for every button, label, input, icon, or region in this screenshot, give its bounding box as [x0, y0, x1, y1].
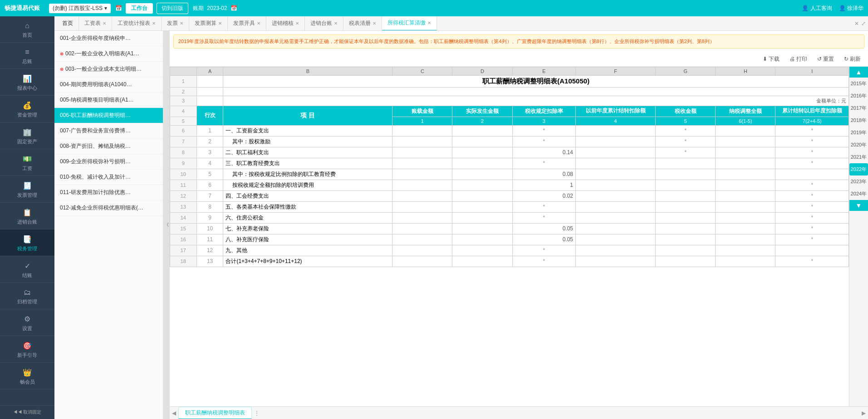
left-panel-item-008[interactable]: 008-资产折旧、摊销及纳税… — [54, 139, 163, 154]
year-2017[interactable]: 2017年 — [849, 102, 868, 114]
item-007-label: 007-广告费和业务宣传费博… — [60, 127, 131, 135]
sidebar-item-invoice-mgmt[interactable]: 🧾 发票管理 — [0, 176, 54, 203]
year-panel-up[interactable]: ▲ — [849, 67, 868, 78]
left-panel-item-005[interactable]: 005-纳税调整项目明细表(A1… — [54, 93, 163, 108]
calendar-period-icon[interactable]: 📅 — [230, 5, 237, 11]
year-2022[interactable]: 2022年 — [849, 163, 868, 175]
year-2023[interactable]: 2023年 — [849, 175, 868, 188]
tab-payroll-stats[interactable]: 工资统计报表 ✕ — [112, 16, 162, 31]
tab-purchase-check[interactable]: 进销稽核 ✕ — [266, 16, 305, 31]
tab-invoice-open[interactable]: 发票开具 ✕ — [228, 16, 266, 31]
left-panel-item-010[interactable]: 010-免税、减计收入及加计… — [54, 170, 163, 185]
sidebar-item-newbie[interactable]: 🎯 新手引导 — [0, 336, 54, 363]
print-button[interactable]: 🖨 打印 — [787, 54, 810, 64]
header-col3: 税收规定扣除率 — [512, 106, 575, 117]
invoice-open-tab-close[interactable]: ✕ — [257, 21, 260, 26]
payroll-stats-tab-close[interactable]: ✕ — [152, 21, 156, 26]
sidebar-label-newbie: 新手引导 — [17, 352, 37, 359]
left-panel-item-006[interactable]: 006-职工薪酬纳税调整明细… — [54, 108, 163, 123]
sidebar-item-asset-mgmt[interactable]: 💰 资金管理 — [0, 96, 54, 122]
bottom-tab-label: 职工薪酬纳税调整明细表 — [185, 409, 245, 416]
bottom-tab-salary-detail[interactable]: 职工薪酬纳税调整明细表 — [178, 407, 252, 419]
notice-bar: 2019年度涉及取以前年度结转数据的申报表单元格需要手工维护正确，才能保证本年及… — [173, 34, 864, 49]
item-011-label: 011-研发费用加计扣除优惠… — [60, 189, 131, 196]
company-dropdown-icon: ▾ — [104, 5, 107, 11]
company-selector[interactable]: (勿删) 江西股宝-LSS ▾ — [49, 4, 111, 13]
item-008-label: 008-资产折旧、摊销及纳税… — [60, 142, 131, 150]
year-2021[interactable]: 2021年 — [849, 151, 868, 163]
purchase-check-tab-close[interactable]: ✕ — [295, 21, 299, 26]
purchase-ledger-tab-close[interactable]: ✕ — [334, 21, 338, 26]
ledger-icon: ≡ — [25, 48, 29, 56]
income-tax-tab-close[interactable]: ✕ — [427, 20, 431, 25]
sidebar: ⌂ 首页 ≡ 总账 📊 报表中心 💰 资金管理 🏢 固定资产 💵 工资 🧾 发票… — [0, 16, 54, 419]
invoice-calc-tab-close[interactable]: ✕ — [218, 21, 222, 26]
left-panel-item-007[interactable]: 007-广告费和业务宣传费博… — [54, 123, 163, 139]
tax-clearance-tab-label: 税表清册 — [349, 19, 371, 27]
year-2024[interactable]: 2024年 — [849, 188, 868, 200]
sidebar-label-purchase: 进销台账 — [17, 219, 37, 225]
switch-version-button[interactable]: 切到旧版 — [157, 3, 188, 14]
sheet-prev-icon[interactable]: ◀ — [172, 410, 176, 416]
left-panel-item-011[interactable]: 011-研发费用加计扣除优惠… — [54, 185, 163, 200]
sidebar-item-settlement[interactable]: ✓ 结账 — [0, 256, 54, 283]
year-2015[interactable]: 2015年 — [849, 78, 868, 90]
invoice-tab-close[interactable]: ✕ — [180, 21, 183, 26]
header-row-num: 行次 — [196, 106, 223, 125]
tab-invoice[interactable]: 发票 ✕ — [162, 16, 189, 31]
tab-home[interactable]: 首页 — [57, 16, 79, 31]
tab-purchase-ledger[interactable]: 进销台账 ✕ — [305, 16, 343, 31]
refresh-icon: ↻ — [844, 56, 848, 62]
collapse-handle[interactable]: 《 — [163, 31, 170, 419]
year-panel: ▲ 2015年 2016年 2017年 2018年 2019年 2020年 20… — [849, 67, 868, 407]
sidebar-item-archive[interactable]: 🗂 归档管理 — [0, 283, 54, 309]
sidebar-item-settings[interactable]: ⚙ 设置 — [0, 309, 54, 336]
sidebar-item-payroll[interactable]: 💵 工资 — [0, 149, 54, 176]
sheet-unit: 金额单位：元 — [223, 96, 849, 106]
customer-service[interactable]: 👤 人工客询 — [802, 5, 832, 12]
sub-header-col6: 6(1-5) — [716, 117, 775, 125]
sidebar-item-tax-mgmt[interactable]: 📑 税务管理 — [0, 229, 54, 256]
tab-payroll[interactable]: 工资表 ✕ — [79, 16, 112, 31]
year-2020[interactable]: 2020年 — [849, 139, 868, 151]
sidebar-item-home[interactable]: ⌂ 首页 — [0, 16, 54, 43]
sidebar-item-general-ledger[interactable]: ≡ 总账 — [0, 43, 54, 69]
sidebar-label-home: 首页 — [22, 32, 32, 39]
tab-bar-maximize-icon[interactable]: ⤢ — [861, 20, 866, 27]
tab-tax-clearance[interactable]: 税表清册 ✕ — [343, 16, 382, 31]
left-panel-item-002[interactable]: ⊗ 002-一般企业收入明细表(A1… — [54, 46, 163, 62]
tax-clearance-tab-close[interactable]: ✕ — [373, 21, 376, 26]
sidebar-item-purchase-sales[interactable]: 📋 进销台账 — [0, 203, 54, 229]
cancel-fixed-button[interactable]: ◀◀ 取消固定 — [0, 405, 54, 419]
workspace-button[interactable]: 工作台 — [126, 3, 153, 14]
left-panel-item-001[interactable]: 001-企业所得税年度纳税申… — [54, 31, 163, 46]
year-2016[interactable]: 2016年 — [849, 90, 868, 102]
invoice-calc-tab-label: 发票测算 — [195, 19, 216, 27]
left-panel-item-004[interactable]: 004-期间费用明细表(A1040… — [54, 77, 163, 93]
sidebar-item-report-center[interactable]: 📊 报表中心 — [0, 69, 54, 96]
year-panel-down[interactable]: ▼ — [849, 200, 868, 211]
sheet-more-icon[interactable]: ⋮ — [254, 410, 260, 416]
sheet-area: A B C D E F G H I — [170, 67, 868, 407]
left-panel-item-009[interactable]: 009-企业所得税弥补亏损明… — [54, 154, 163, 170]
sidebar-item-member[interactable]: 👑 畅会员 — [0, 363, 54, 390]
sheet-table-wrapper[interactable]: A B C D E F G H I — [170, 67, 849, 407]
tab-invoice-calc[interactable]: 发票测算 ✕ — [189, 16, 228, 31]
item-001-label: 001-企业所得税年度纳税申… — [60, 34, 131, 42]
refresh-button[interactable]: ↻ 刷新 — [841, 54, 863, 64]
sheet-next-icon[interactable]: ▶ — [862, 410, 866, 416]
sidebar-item-fixed-asset[interactable]: 🏢 固定资产 — [0, 122, 54, 149]
tab-bar-close-all-icon[interactable]: ✕ — [854, 20, 859, 27]
user-info[interactable]: 👤 徐泽华 — [839, 5, 863, 12]
year-2019[interactable]: 2019年 — [849, 127, 868, 139]
download-button[interactable]: ⬇ 下载 — [760, 54, 782, 64]
left-panel-item-003[interactable]: ⊗ 003-一般企业业成本支出明细… — [54, 62, 163, 77]
left-panel-item-012[interactable]: 012-减免企业所得税优惠明细表(… — [54, 200, 163, 216]
reset-button[interactable]: ↺ 重置 — [814, 54, 837, 64]
year-2018[interactable]: 2018年 — [849, 114, 868, 127]
col-header-E: E — [512, 67, 575, 75]
data-row-2: 7 2 其中：股权激励 * * * — [170, 136, 849, 147]
tab-income-tax[interactable]: 所得税汇算清缴 ✕ — [382, 16, 437, 31]
sub-header-col5: 5 — [656, 117, 716, 125]
payroll-tab-close[interactable]: ✕ — [103, 21, 106, 26]
